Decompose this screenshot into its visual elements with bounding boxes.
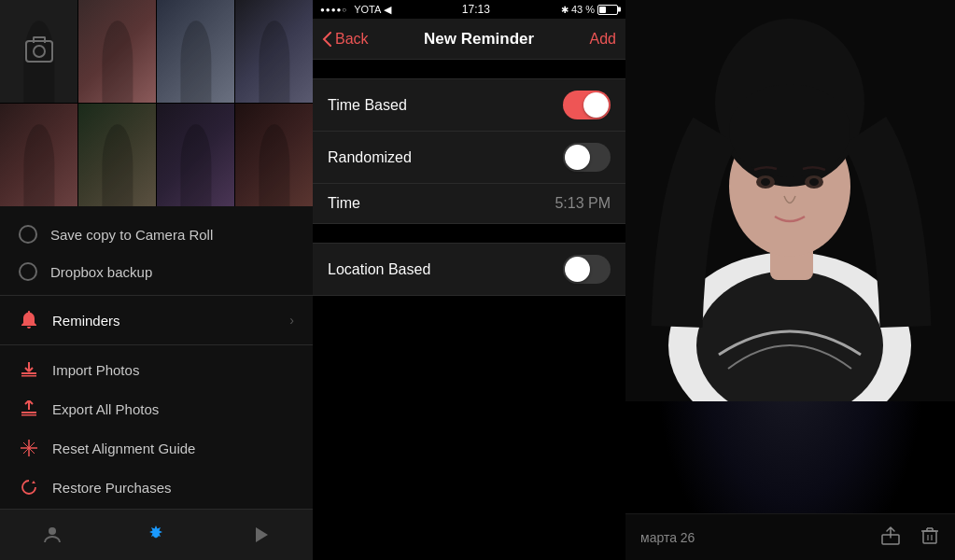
svg-point-10 (49, 527, 56, 535)
time-label: Time (328, 195, 360, 212)
battery-percent: 43 % (571, 4, 595, 15)
svg-rect-0 (21, 372, 36, 374)
menu-divider-2 (0, 344, 313, 345)
photo-cell-5[interactable] (78, 104, 156, 206)
export-icon (19, 399, 39, 419)
restore-icon (19, 477, 39, 497)
svg-point-22 (761, 178, 770, 186)
photo-cell-2[interactable] (157, 0, 234, 103)
photo-cell-1[interactable] (78, 0, 156, 103)
battery-area: ✱ 43 % (561, 4, 618, 15)
reminders-chevron: › (289, 313, 294, 328)
import-icon (19, 359, 39, 380)
status-time: 17:13 (462, 3, 490, 16)
camera-icon (25, 40, 53, 63)
svg-rect-25 (923, 531, 936, 543)
right-bottom-bar: марта 26 (625, 513, 955, 560)
right-photo-bg (625, 0, 955, 513)
tab-person[interactable] (24, 514, 80, 555)
menu-item-restore[interactable]: Restore Purchases (0, 468, 313, 507)
location-based-label: Location Based (328, 261, 430, 278)
menu-divider-1 (0, 295, 313, 296)
status-bar: ●●●●○ YOTA ◀ 17:13 ✱ 43 % (313, 0, 625, 19)
menu-item-reminders[interactable]: Reminders › (0, 301, 313, 340)
svg-point-19 (729, 84, 850, 177)
randomized-thumb (565, 145, 590, 170)
time-based-label: Time Based (328, 97, 407, 114)
randomized-label: Randomized (328, 149, 412, 166)
photo-cell-3[interactable] (235, 0, 313, 103)
settings-group-time: Time Based Randomized Time 5:13 PM (313, 78, 625, 224)
right-panel: марта 26 (625, 0, 955, 560)
photo-grid (0, 0, 313, 206)
dropbox-label: Dropbox backup (50, 264, 152, 280)
randomized-toggle[interactable] (563, 143, 611, 172)
photo-cell-4[interactable] (0, 104, 77, 206)
tab-gear[interactable] (128, 514, 184, 555)
settings-list: Time Based Randomized Time 5:13 PM Locat… (313, 60, 625, 560)
menu-section: Save copy to Camera Roll Dropbox backup … (0, 206, 313, 509)
svg-marker-12 (256, 527, 268, 542)
menu-item-import[interactable]: Import Photos (0, 350, 313, 389)
portrait-svg (625, 0, 955, 401)
svg-rect-2 (21, 412, 36, 413)
menu-item-dropbox[interactable]: Dropbox backup (0, 253, 313, 290)
trash-button[interactable] (920, 525, 940, 550)
signal-dots: ●●●●○ (320, 6, 347, 14)
left-panel: Save copy to Camera Roll Dropbox backup … (0, 0, 313, 560)
camera-cell[interactable] (0, 0, 77, 103)
nav-header: Back New Reminder Add (313, 19, 625, 60)
photo-cell-7[interactable] (235, 104, 313, 206)
right-date: марта 26 (640, 530, 695, 545)
photo-cell-6[interactable] (157, 104, 234, 206)
save-copy-label: Save copy to Camera Roll (50, 227, 213, 243)
middle-panel: ●●●●○ YOTA ◀ 17:13 ✱ 43 % Back New Remin… (313, 0, 625, 560)
menu-item-export[interactable]: Export All Photos (0, 389, 313, 428)
import-label: Import Photos (52, 362, 139, 378)
settings-row-randomized: Randomized (313, 132, 625, 184)
menu-item-save-copy[interactable]: Save copy to Camera Roll (0, 216, 313, 253)
bluetooth-icon: ✱ (561, 5, 569, 15)
svg-rect-3 (21, 414, 36, 416)
carrier: YOTA ◀ (354, 4, 391, 16)
settings-row-time[interactable]: Time 5:13 PM (313, 184, 625, 224)
reminders-label: Reminders (52, 313, 120, 329)
restore-label: Restore Purchases (52, 480, 172, 496)
share-button[interactable] (880, 525, 901, 550)
settings-row-location: Location Based (313, 243, 625, 296)
time-based-toggle[interactable] (563, 91, 611, 119)
battery-icon (597, 5, 618, 15)
reset-label: Reset Alignment Guide (52, 441, 195, 456)
add-button[interactable]: Add (590, 31, 616, 48)
save-copy-checkbox[interactable] (19, 225, 37, 244)
reset-icon (19, 438, 39, 458)
time-value: 5:13 PM (555, 195, 611, 212)
bell-icon (19, 310, 39, 330)
settings-group-location: Location Based (313, 243, 625, 296)
tab-play[interactable] (232, 514, 288, 555)
back-button[interactable]: Back (322, 31, 369, 48)
time-based-thumb (583, 92, 609, 118)
right-photo-area (625, 0, 955, 513)
location-based-toggle[interactable] (563, 255, 611, 284)
status-left: ●●●●○ YOTA ◀ (320, 4, 391, 16)
location-based-thumb (565, 257, 590, 282)
menu-item-reset[interactable]: Reset Alignment Guide (0, 428, 313, 468)
export-label: Export All Photos (52, 401, 159, 417)
back-label: Back (335, 31, 369, 48)
svg-rect-1 (21, 375, 36, 377)
settings-row-time-based: Time Based (313, 78, 625, 132)
tab-bar (0, 509, 313, 560)
svg-point-23 (809, 178, 819, 186)
right-actions (880, 525, 940, 550)
dropbox-checkbox[interactable] (19, 262, 37, 281)
nav-title: New Reminder (424, 30, 534, 49)
